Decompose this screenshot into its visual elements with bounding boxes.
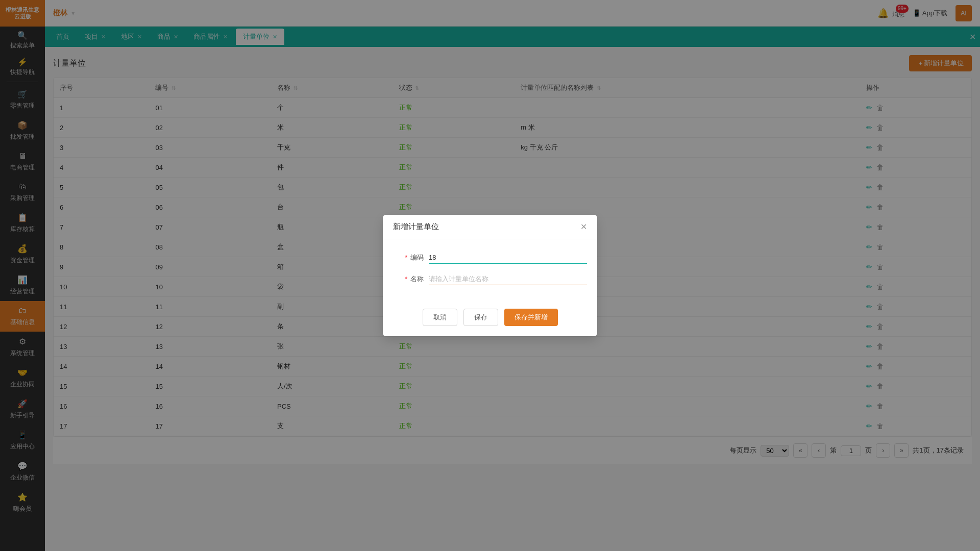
modal-header: 新增计量单位 ✕ [383,215,597,239]
save-and-new-button[interactable]: 保存并新增 [504,309,558,326]
form-row-name: * 名称 [393,273,587,285]
save-button[interactable]: 保存 [463,309,498,326]
form-name-label: * 名称 [393,274,424,284]
form-code-input[interactable] [429,252,587,264]
modal-close-button[interactable]: ✕ [580,222,587,232]
modal-overlay: 新增计量单位 ✕ * 编码 * 名称 取消 保存 保存并新增 [0,0,980,551]
form-row-code: * 编码 [393,252,587,264]
add-unit-modal: 新增计量单位 ✕ * 编码 * 名称 取消 保存 保存并新增 [383,215,597,336]
modal-body: * 编码 * 名称 [383,239,597,303]
form-code-label: * 编码 [393,253,424,262]
form-name-input[interactable] [429,273,587,285]
modal-title: 新增计量单位 [393,222,439,232]
required-mark-name: * [405,275,407,283]
cancel-button[interactable]: 取消 [423,309,457,326]
required-mark: * [405,254,407,261]
modal-footer: 取消 保存 保存并新增 [383,303,597,336]
